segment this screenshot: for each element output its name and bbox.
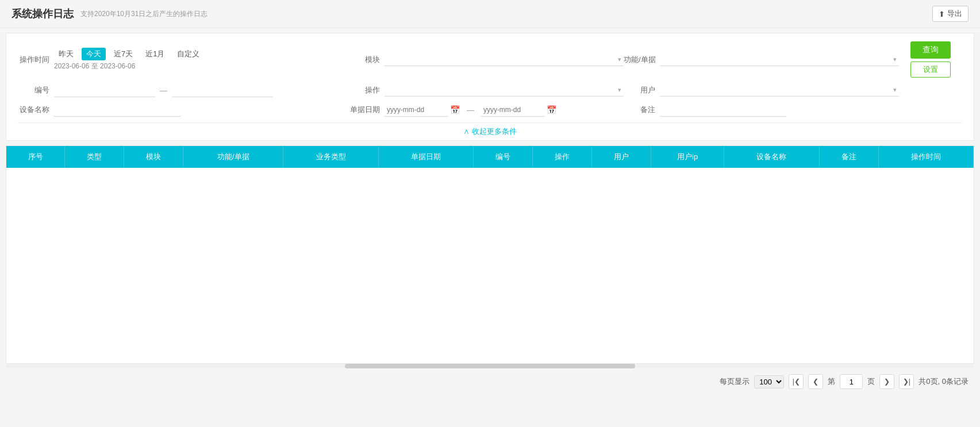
- number-dash: —: [160, 86, 167, 95]
- number-input-area: —: [54, 83, 348, 97]
- col-device: 设备名称: [724, 146, 819, 168]
- module-label: 模块: [348, 55, 380, 65]
- calendar-end-icon[interactable]: 📅: [547, 105, 556, 114]
- export-button[interactable]: ⬆ 导出: [932, 6, 969, 22]
- col-type: 类型: [65, 146, 124, 168]
- remark-input[interactable]: [660, 103, 786, 117]
- col-user-ip: 用户ip: [651, 146, 724, 168]
- col-seq: 序号: [6, 146, 65, 168]
- remark-filter-segment: 备注: [624, 103, 899, 117]
- calendar-start-icon[interactable]: 📅: [450, 105, 460, 114]
- receipt-date-end[interactable]: [481, 103, 544, 117]
- time-filter-segment: 操作时间 昨天 今天 近7天 近1月 自定义 2023-06-06 至 2023…: [18, 48, 348, 71]
- user-dropdown-arrow: ▾: [893, 86, 897, 94]
- page-first-button[interactable]: |❮: [789, 374, 804, 389]
- time-btn-7days[interactable]: 近7天: [109, 48, 137, 60]
- receipt-date-dash: —: [467, 106, 474, 114]
- receipt-date-label: 单据日期: [348, 105, 380, 115]
- data-table-container: 序号 类型 模块 功能/单据 业务类型 单据日期 编号 操作 用户 用户ip 设…: [6, 145, 974, 364]
- func-select-area: ▾: [660, 53, 899, 66]
- operation-filter-segment: 操作 ▾: [348, 84, 624, 97]
- module-dropdown[interactable]: ▾: [385, 53, 624, 66]
- operation-select-area: ▾: [385, 84, 624, 97]
- module-select-area: ▾: [385, 53, 624, 66]
- func-filter-segment: 功能/单据 ▾: [624, 53, 899, 66]
- time-options-area: 昨天 今天 近7天 近1月 自定义 2023-06-06 至 2023-06-0…: [54, 48, 348, 71]
- horizontal-scrollbar[interactable]: [6, 364, 974, 368]
- col-receipt-date: 单据日期: [378, 146, 473, 168]
- user-dropdown[interactable]: ▾: [660, 84, 899, 97]
- title-area: 系统操作日志 支持2020年10月31日之后产生的操作日志: [11, 7, 207, 21]
- page-subtitle: 支持2020年10月31日之后产生的操作日志: [80, 9, 207, 19]
- table-header-row: 序号 类型 模块 功能/单据 业务类型 单据日期 编号 操作 用户 用户ip 设…: [6, 146, 974, 168]
- pagination-bar: 每页显示 100 50 200 |❮ ❮ 第 页 ❯ ❯| 共0页, 0条记录: [0, 368, 980, 395]
- user-select-area: ▾: [660, 84, 899, 97]
- operation-dropdown-arrow: ▾: [618, 86, 621, 94]
- data-table: 序号 类型 模块 功能/单据 业务类型 单据日期 编号 操作 用户 用户ip 设…: [6, 146, 974, 168]
- remark-input-area: [660, 103, 899, 117]
- page-input[interactable]: [840, 374, 863, 389]
- number-input-end[interactable]: [172, 83, 273, 97]
- user-label: 用户: [624, 85, 655, 95]
- col-biz-type: 业务类型: [283, 146, 378, 168]
- module-filter-segment: 模块 ▾: [348, 53, 624, 66]
- col-operation: 操作: [532, 146, 591, 168]
- time-range-display: 2023-06-06 至 2023-06-06: [54, 61, 135, 71]
- number-filter-segment: 编号 —: [18, 83, 348, 97]
- receipt-date-start[interactable]: [385, 103, 448, 117]
- device-input[interactable]: [54, 103, 180, 117]
- total-records-label: 共0页, 0条记录: [918, 376, 969, 387]
- func-label: 功能/单据: [624, 55, 656, 65]
- receipt-date-range: 📅 — 📅: [385, 103, 556, 117]
- time-label: 操作时间: [18, 55, 49, 65]
- col-number: 编号: [473, 146, 532, 168]
- operation-label: 操作: [348, 85, 380, 95]
- device-label: 设备名称: [18, 105, 49, 115]
- operation-dropdown[interactable]: ▾: [385, 84, 624, 97]
- time-btn-custom[interactable]: 自定义: [172, 48, 204, 60]
- filter-row-1: 操作时间 昨天 今天 近7天 近1月 自定义 2023-06-06 至 2023…: [18, 41, 962, 78]
- func-dropdown-arrow: ▾: [893, 56, 897, 63]
- filter-row-3: 设备名称 单据日期 📅 — 📅 备注: [18, 103, 962, 117]
- device-filter-segment: 设备名称: [18, 103, 348, 117]
- page-size-select[interactable]: 100 50 200: [754, 375, 784, 388]
- user-filter-segment: 用户 ▾: [624, 84, 899, 97]
- time-btn-today[interactable]: 今天: [82, 48, 106, 60]
- per-page-label: 每页显示: [720, 376, 750, 387]
- number-label: 编号: [18, 85, 49, 95]
- settings-button[interactable]: 设置: [910, 61, 951, 78]
- export-icon: ⬆: [939, 10, 945, 18]
- time-buttons: 昨天 今天 近7天 近1月 自定义: [54, 48, 204, 60]
- device-input-area: [54, 103, 348, 117]
- page-next-button[interactable]: ❯: [879, 374, 894, 389]
- func-dropdown[interactable]: ▾: [660, 53, 899, 66]
- remark-label: 备注: [624, 105, 655, 115]
- filter-panel: 操作时间 昨天 今天 近7天 近1月 自定义 2023-06-06 至 2023…: [6, 33, 974, 141]
- module-dropdown-arrow: ▾: [618, 56, 621, 63]
- page-label: 第: [828, 376, 835, 387]
- col-remark: 备注: [819, 146, 878, 168]
- filter-row-2: 编号 — 操作 ▾ 用户 ▾: [18, 83, 962, 97]
- empty-area: [6, 168, 974, 363]
- query-button[interactable]: 查询: [910, 41, 951, 59]
- col-op-time: 操作时间: [878, 146, 973, 168]
- number-input-start[interactable]: [54, 83, 155, 97]
- page-title: 系统操作日志: [11, 7, 74, 21]
- collapse-up-icon: ∧: [463, 127, 470, 136]
- filter-action-buttons: 查询 设置: [899, 41, 962, 78]
- page-last-button[interactable]: ❯|: [899, 374, 914, 389]
- scrollbar-thumb[interactable]: [345, 364, 636, 368]
- collapse-label: 收起更多条件: [472, 127, 517, 136]
- col-user: 用户: [592, 146, 651, 168]
- page-prev-button[interactable]: ❮: [808, 374, 823, 389]
- table-header: 序号 类型 模块 功能/单据 业务类型 单据日期 编号 操作 用户 用户ip 设…: [6, 146, 974, 168]
- receipt-date-filter-segment: 单据日期 📅 — 📅: [348, 103, 624, 117]
- page-unit: 页: [867, 376, 875, 387]
- receipt-date-area: 📅 — 📅: [385, 103, 624, 117]
- collapse-bar[interactable]: ∧ 收起更多条件: [18, 122, 962, 140]
- col-func: 功能/单据: [183, 146, 283, 168]
- page-header: 系统操作日志 支持2020年10月31日之后产生的操作日志 ⬆ 导出: [0, 0, 980, 28]
- col-module: 模块: [124, 146, 183, 168]
- time-btn-1month[interactable]: 近1月: [141, 48, 169, 60]
- time-btn-yesterday[interactable]: 昨天: [54, 48, 78, 60]
